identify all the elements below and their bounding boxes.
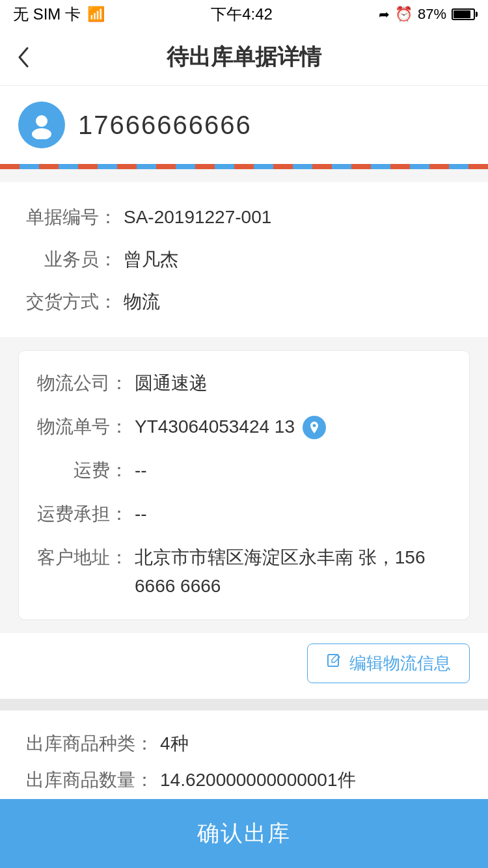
tracking-label: 物流单号：	[37, 413, 128, 442]
freight-label: 运费：	[37, 456, 128, 485]
delivery-value: 物流	[124, 288, 462, 317]
goods-type-value: 4种	[160, 731, 189, 756]
status-bar: 无 SIM 卡 📶 下午4:42 ➦ ⏰ 87%	[0, 0, 488, 29]
freight-bear-label: 运费承担：	[37, 500, 128, 529]
battery-icon	[452, 8, 475, 20]
agent-row: 业务员： 曾凡杰	[26, 245, 462, 275]
address-label: 客户地址：	[37, 543, 128, 573]
edit-icon	[326, 653, 343, 674]
wifi-icon: 📶	[87, 6, 105, 23]
edit-btn-label: 编辑物流信息	[349, 652, 451, 675]
customer-phone: 17666666666	[78, 111, 252, 140]
company-value: 圆通速递	[135, 369, 451, 398]
edit-btn-row: 编辑物流信息	[0, 633, 488, 699]
order-info-section: 单据编号： SA-20191227-001 业务员： 曾凡杰 交货方式： 物流	[0, 182, 488, 337]
freight-value: --	[135, 456, 451, 485]
svg-point-0	[36, 115, 47, 127]
tracking-row: 物流单号： YT43064053424 13	[37, 413, 451, 442]
location-arrow-icon: ➦	[379, 7, 390, 22]
location-pin-icon[interactable]	[303, 416, 326, 439]
goods-quantity-value: 14.620000000000001件	[160, 768, 356, 793]
goods-quantity-label: 出库商品数量：	[26, 768, 154, 793]
agent-value: 曾凡杰	[124, 245, 462, 275]
agent-label: 业务员：	[26, 245, 117, 275]
tracking-value: YT43064053424 13	[135, 413, 451, 442]
freight-bear-value: --	[135, 500, 451, 529]
delivery-row: 交货方式： 物流	[26, 288, 462, 317]
customer-header: 17666666666	[0, 86, 488, 164]
dashed-divider	[0, 164, 488, 169]
status-right: ➦ ⏰ 87%	[379, 6, 475, 23]
edit-logistics-button[interactable]: 编辑物流信息	[307, 644, 470, 683]
freight-row: 运费： --	[37, 456, 451, 485]
confirm-outbound-button[interactable]: 确认出库	[0, 812, 488, 855]
address-row: 客户地址： 北京市市辖区海淀区永丰南 张，156 6666 6666	[37, 543, 451, 602]
battery-percent: 87%	[418, 6, 446, 23]
company-label: 物流公司：	[37, 369, 128, 398]
order-no-row: 单据编号： SA-20191227-001	[26, 203, 462, 232]
svg-point-1	[32, 128, 51, 139]
delivery-label: 交货方式：	[26, 288, 117, 317]
goods-type-label: 出库商品种类：	[26, 731, 154, 756]
status-left: 无 SIM 卡 📶	[13, 4, 105, 25]
avatar	[18, 102, 65, 148]
order-no-value: SA-20191227-001	[124, 203, 462, 232]
freight-bear-row: 运费承担： --	[37, 500, 451, 529]
address-value: 北京市市辖区海淀区永丰南 张，156 6666 6666	[135, 543, 451, 602]
goods-quantity-row: 出库商品数量： 14.620000000000001件	[26, 768, 462, 793]
carrier-text: 无 SIM 卡	[13, 4, 81, 25]
goods-type-row: 出库商品种类： 4种	[26, 731, 462, 756]
order-no-label: 单据编号：	[26, 203, 117, 232]
page-title: 待出库单据详情	[167, 42, 321, 72]
confirm-btn-area: 确认出库	[0, 799, 488, 868]
logistics-card: 物流公司： 圆通速递 物流单号： YT43064053424 13 运费： --…	[18, 350, 470, 620]
top-gap	[0, 169, 488, 182]
company-row: 物流公司： 圆通速递	[37, 369, 451, 398]
back-button[interactable]	[16, 46, 31, 69]
section-divider	[0, 699, 488, 711]
alarm-icon: ⏰	[395, 6, 413, 23]
nav-bar: 待出库单据详情	[0, 29, 488, 86]
time-text: 下午4:42	[211, 4, 273, 25]
